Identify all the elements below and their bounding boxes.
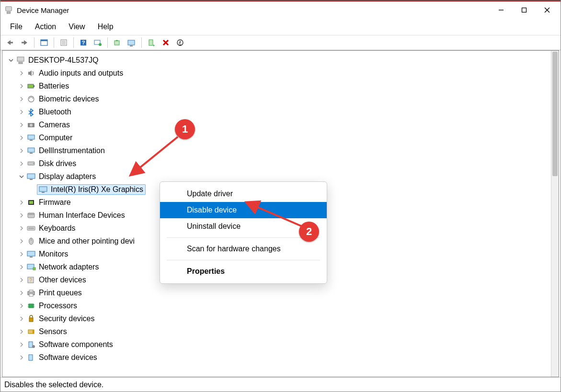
properties-button[interactable] xyxy=(57,37,70,48)
device-tree[interactable]: 1 2 Update driver Disable device Uninsta… xyxy=(2,51,551,377)
chevron-right-icon[interactable] xyxy=(18,110,25,114)
tree-category[interactable]: Computer xyxy=(7,131,549,144)
network-icon xyxy=(26,262,36,272)
chevron-down-icon[interactable] xyxy=(18,174,25,179)
tree-category[interactable]: DellInstrumentation xyxy=(7,144,549,157)
show-hidden-button[interactable] xyxy=(37,37,51,48)
svg-rect-19 xyxy=(128,40,135,45)
display-icon xyxy=(38,185,48,194)
svg-rect-6 xyxy=(10,42,13,44)
chevron-right-icon[interactable] xyxy=(18,342,25,347)
menubar: File Action View Help xyxy=(0,19,561,35)
chevron-right-icon[interactable] xyxy=(18,226,25,231)
svg-rect-3 xyxy=(522,8,527,12)
scan-button[interactable] xyxy=(91,37,104,48)
tree-category[interactable]: Security devices xyxy=(7,312,549,325)
hid-icon xyxy=(26,211,36,220)
svg-rect-62 xyxy=(29,304,34,308)
vertical-scrollbar[interactable] xyxy=(551,51,559,377)
svg-rect-20 xyxy=(130,45,133,46)
back-button[interactable] xyxy=(3,37,17,48)
enable-device-button[interactable] xyxy=(145,37,158,48)
keyboard-icon xyxy=(26,224,36,233)
tree-item-label: Software components xyxy=(39,340,113,349)
tree-category[interactable]: Software components xyxy=(7,338,549,351)
menu-view[interactable]: View xyxy=(63,21,91,33)
chevron-right-icon[interactable] xyxy=(18,97,25,101)
context-menu-separator xyxy=(167,237,320,238)
context-menu-properties[interactable]: Properties xyxy=(160,263,327,280)
svg-point-71 xyxy=(32,345,35,348)
context-menu-update-driver[interactable]: Update driver xyxy=(160,186,327,202)
tree-category[interactable]: Cameras xyxy=(7,118,549,131)
disable-device-button[interactable] xyxy=(125,37,138,48)
add-legacy-button[interactable] xyxy=(173,37,187,48)
chevron-right-icon[interactable] xyxy=(18,135,25,140)
svg-rect-0 xyxy=(6,7,12,11)
update-driver-button[interactable] xyxy=(111,37,124,48)
minimize-button[interactable] xyxy=(490,1,513,19)
context-menu-scan-hardware[interactable]: Scan for hardware changes xyxy=(160,241,327,257)
menu-action[interactable]: Action xyxy=(29,21,62,33)
svg-rect-45 xyxy=(29,201,33,204)
audio-icon xyxy=(26,68,36,78)
chevron-right-icon[interactable] xyxy=(18,303,25,308)
svg-rect-47 xyxy=(28,213,34,215)
menu-help[interactable]: Help xyxy=(92,21,119,33)
chevron-right-icon[interactable] xyxy=(18,316,25,321)
monitor-icon xyxy=(26,249,36,259)
chevron-right-icon[interactable] xyxy=(18,355,25,360)
tree-category[interactable]: Biometric devices xyxy=(7,92,549,105)
chevron-right-icon[interactable] xyxy=(18,84,25,89)
chevron-right-icon[interactable] xyxy=(18,278,25,282)
chevron-right-icon[interactable] xyxy=(18,200,25,205)
chevron-right-icon[interactable] xyxy=(18,213,25,218)
chevron-right-icon[interactable] xyxy=(18,252,25,257)
chevron-right-icon[interactable] xyxy=(18,291,25,295)
menu-file[interactable]: File xyxy=(4,21,28,33)
computer-root-icon xyxy=(16,56,25,65)
tree-item-label: Processors xyxy=(39,302,77,310)
tree-category[interactable]: Software devices xyxy=(7,351,549,364)
tree-category[interactable]: Sensors xyxy=(7,325,549,338)
chevron-right-icon[interactable] xyxy=(18,265,25,269)
forward-button[interactable] xyxy=(18,37,31,48)
chevron-right-icon[interactable] xyxy=(18,123,25,127)
help-button[interactable]: ? xyxy=(77,37,90,48)
tree-item-label: Disk drives xyxy=(39,159,76,168)
maximize-button[interactable] xyxy=(513,1,536,19)
tree-category[interactable]: Bluetooth xyxy=(7,105,549,118)
svg-rect-27 xyxy=(17,57,24,61)
tree-item-label: Software devices xyxy=(39,353,97,362)
tree-item-label: Biometric devices xyxy=(39,95,99,103)
tree-category[interactable]: Disk drives xyxy=(7,157,549,170)
tree-item-label: Other devices xyxy=(39,276,86,284)
tree-category[interactable]: Audio inputs and outputs xyxy=(7,67,549,79)
svg-rect-70 xyxy=(29,342,33,347)
chevron-down-icon[interactable] xyxy=(7,58,15,63)
uninstall-device-button[interactable] xyxy=(159,37,172,48)
chevron-right-icon[interactable] xyxy=(18,239,25,244)
svg-rect-43 xyxy=(42,192,45,193)
tree-category[interactable]: Display adapters xyxy=(7,170,549,183)
svg-rect-36 xyxy=(28,148,34,152)
chevron-right-icon[interactable] xyxy=(18,148,25,153)
tree-root[interactable]: DESKTOP-4L537JQ xyxy=(7,54,549,67)
svg-rect-29 xyxy=(28,84,34,88)
tree-category[interactable]: Print queues xyxy=(7,286,549,299)
other-icon: ? xyxy=(26,275,36,285)
annotation-callout-2: 2 xyxy=(299,222,319,242)
context-menu-disable-device[interactable]: Disable device xyxy=(160,202,327,218)
statusbar-text: Disables the selected device. xyxy=(4,381,103,389)
tree-category[interactable]: Batteries xyxy=(7,79,549,92)
svg-rect-40 xyxy=(27,174,35,179)
chevron-right-icon[interactable] xyxy=(18,329,25,334)
chevron-right-icon[interactable] xyxy=(18,71,25,76)
tree-category[interactable]: Processors xyxy=(7,299,549,312)
chevron-right-icon[interactable] xyxy=(18,161,25,166)
disk-icon xyxy=(26,159,36,168)
close-button[interactable] xyxy=(536,1,559,19)
scrollbar-thumb[interactable] xyxy=(552,52,558,176)
content-area: 1 2 Update driver Disable device Uninsta… xyxy=(2,50,559,377)
context-menu-separator xyxy=(167,260,320,260)
